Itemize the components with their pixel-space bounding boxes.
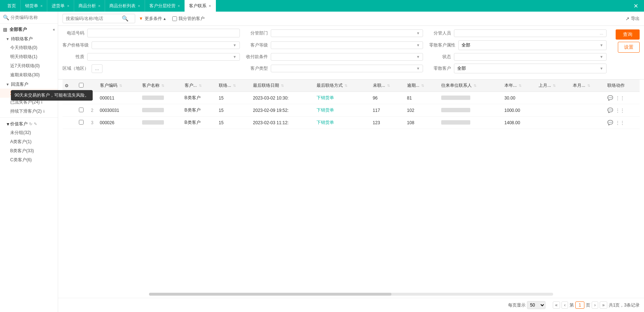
nav-product-list-close[interactable]: × — [138, 4, 140, 8]
nav-customer-tier[interactable]: 客户分层经营 × — [145, 0, 185, 12]
horizontal-scrollbar[interactable] — [58, 291, 644, 298]
col-no-contact[interactable]: 未联... ⇅ — [371, 80, 405, 92]
col-checkbox[interactable] — [76, 80, 87, 92]
sidebar-b-class[interactable]: B类客户(33) — [0, 146, 58, 155]
first-page-button[interactable]: « — [553, 301, 560, 309]
my-customers-checkbox[interactable] — [172, 16, 177, 21]
col-contact[interactable]: 联络... ⇅ — [217, 80, 251, 92]
sidebar-continuous-down[interactable]: 持续下滑客户(2) ℹ — [0, 107, 58, 116]
row-checkbox-input-0[interactable] — [79, 95, 84, 100]
row-checkbox-input-2[interactable] — [79, 120, 84, 125]
search-button[interactable]: 🔍 — [122, 15, 129, 22]
row-checkbox-input-1[interactable] — [79, 108, 84, 112]
nav-purchase[interactable]: 进货单 × — [47, 0, 74, 12]
col-overdue[interactable]: 逾期... ⇅ — [405, 80, 439, 92]
filter-bar: 🔍 ▼ 更多条件 ▲ 我分管的客户 ↗ 导出 — [58, 12, 644, 26]
person-select[interactable]: … — [454, 29, 607, 37]
status-select[interactable]: ▼ — [454, 53, 607, 61]
row-method-link-0[interactable]: 下销货单 — [317, 95, 334, 100]
sort-last-date-icon: ⇅ — [281, 84, 284, 88]
row-last-method-0[interactable]: 下销货单 — [314, 92, 371, 104]
nav-customer-tier-close[interactable]: × — [178, 4, 180, 8]
payment-field: 收付款条件 ▼ — [246, 53, 423, 61]
col-this-year[interactable]: 本年... ⇅ — [502, 80, 536, 92]
nav-home[interactable]: 首页 — [3, 0, 21, 12]
nav-customer-contact-close[interactable]: × — [209, 4, 211, 8]
nav-customer-contact[interactable]: 客户联系 × — [185, 0, 216, 12]
row-checkbox-0[interactable] — [76, 92, 87, 104]
nav-purchase-close[interactable]: × — [67, 4, 69, 8]
col-this-month[interactable]: 本月... ⇅ — [571, 80, 605, 92]
nav-product-analysis-close[interactable]: × — [98, 4, 100, 8]
all-customers-label: 全部客户 — [9, 27, 27, 33]
pending-contact-group[interactable]: ▼ 待联络客户 — [0, 34, 58, 43]
window-close-button[interactable]: ✕ — [631, 3, 641, 9]
payment-select[interactable]: ▼ — [271, 53, 423, 61]
nav-product-list[interactable]: 商品分析列表 × — [105, 0, 145, 12]
query-button[interactable]: 查询 — [616, 29, 640, 40]
retail-customer-select[interactable]: 全部 ▼ — [454, 64, 607, 73]
col-last-method[interactable]: 最后联络方式 ⇅ — [314, 80, 371, 92]
col-settings[interactable]: ⚙ — [63, 80, 76, 92]
col-code[interactable]: 客户编码 ⇅ — [98, 80, 140, 92]
scroll-thumb[interactable] — [149, 293, 391, 296]
nav-product-analysis[interactable]: 商品分析 × — [74, 0, 105, 12]
customer-type-select[interactable]: ▼ — [271, 65, 423, 72]
gender-select[interactable]: ▼ — [87, 53, 240, 61]
col-last-month[interactable]: 上月... ⇅ — [536, 80, 571, 92]
col-type[interactable]: 客户... ⇅ — [182, 80, 217, 92]
col-name[interactable]: 客户名称 ⇅ — [140, 80, 182, 92]
more-conditions-btn[interactable]: ▼ 更多条件 ▲ — [139, 16, 166, 22]
action-more-2[interactable]: ⋮⋮ — [615, 120, 625, 125]
lost-customer-group[interactable]: ▼ 回流客户 — [0, 80, 58, 89]
table-row: 1 000011 B类客户 15 2023-03-02 10:30: 下销货单 … — [63, 92, 640, 104]
sidebar-search-input[interactable] — [11, 15, 58, 20]
my-customers-filter[interactable]: 我分管的客户 — [172, 16, 205, 22]
retail-attr-select[interactable]: 全部 ▼ — [458, 40, 607, 50]
area-ellipsis-btn[interactable]: … — [92, 64, 102, 73]
last-page-button[interactable]: » — [600, 301, 607, 309]
action-chat-2[interactable]: 💬 — [607, 120, 613, 125]
nav-sales[interactable]: 销货单 × — [21, 0, 47, 12]
row-checkbox-1[interactable] — [76, 104, 87, 117]
person-field: 分管人员 … — [429, 29, 607, 37]
price-level-select[interactable]: ▼ — [92, 41, 240, 49]
sidebar-all-customers[interactable]: ⊞ 全部客户 « — [0, 24, 58, 34]
row-last-method-1[interactable]: 下销货单 — [314, 104, 371, 117]
export-label: 导出 — [631, 16, 640, 22]
sidebar-churn-warning[interactable]: 流失预警客户(3) ⚠ — [0, 89, 58, 98]
valuable-customer-group[interactable]: ▼ 价值客户 ↻ ✎ — [0, 119, 58, 128]
export-button[interactable]: ↗ 导出 — [625, 16, 640, 22]
customer-level-select[interactable]: ▼ — [271, 41, 423, 49]
select-all-checkbox[interactable] — [79, 83, 84, 88]
action-more-1[interactable]: ⋮⋮ — [615, 108, 625, 113]
col-unit-contact[interactable]: 往来单位联系人 ⇅ — [439, 80, 502, 92]
row-method-link-1[interactable]: 下销货单 — [317, 108, 334, 113]
per-page-select[interactable]: 50 100 200 — [527, 301, 546, 309]
sidebar-c-class[interactable]: C类客户(6) — [0, 155, 58, 165]
row-unit-contact-1 — [439, 104, 502, 117]
col-last-date[interactable]: 最后联络日期 ⇅ — [251, 80, 314, 92]
prev-page-button[interactable]: ‹ — [562, 301, 568, 309]
row-checkbox-2[interactable] — [76, 117, 87, 129]
dept-select[interactable]: ▼ — [271, 29, 423, 37]
refresh-icon[interactable]: ↻ — [29, 122, 32, 126]
search-input[interactable] — [66, 16, 120, 21]
sidebar-unsorted[interactable]: 未分组(32) — [0, 128, 58, 137]
sidebar-tomorrow[interactable]: 明天待联络(1) — [0, 52, 58, 61]
edit-icon[interactable]: ✎ — [34, 122, 37, 126]
phone-input[interactable] — [87, 29, 240, 37]
action-chat-0[interactable]: 💬 — [607, 95, 613, 101]
sidebar-today[interactable]: 今天待联络(0) — [0, 43, 58, 52]
sidebar-a-class[interactable]: A类客户(1) — [0, 137, 58, 146]
action-more-0[interactable]: ⋮⋮ — [615, 95, 625, 101]
action-chat-1[interactable]: 💬 — [607, 108, 613, 113]
sidebar-week[interactable]: 近7天待联络(0) — [0, 61, 58, 70]
next-page-button[interactable]: › — [592, 301, 598, 309]
sidebar-already-lost[interactable]: 已流失客户(24) ℹ — [0, 98, 58, 107]
setting-button[interactable]: 设置 — [618, 42, 640, 53]
nav-sales-close[interactable]: × — [40, 4, 43, 8]
row-last-method-2[interactable]: 下销货单 — [314, 117, 371, 129]
row-method-link-2[interactable]: 下销货单 — [317, 120, 334, 125]
sidebar-overdue[interactable]: 逾期未联络(30) — [0, 70, 58, 80]
